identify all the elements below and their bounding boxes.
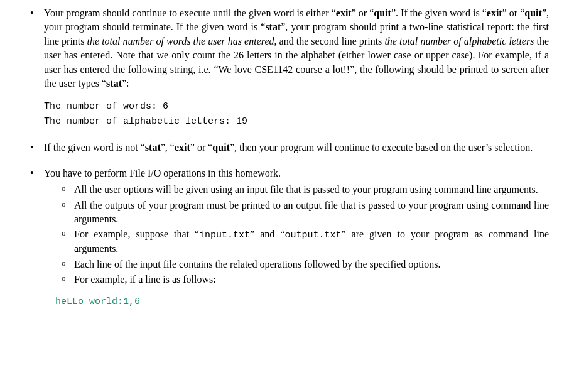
paragraph-1: Your program should continue to execute … xyxy=(44,6,549,90)
text: , and the second line prints xyxy=(274,36,385,46)
paragraph-3: You have to perform File I/O operations … xyxy=(44,166,549,180)
sub-item: All the user options will be given using… xyxy=(44,183,549,197)
code-line: The number of alphabetic letters: 19 xyxy=(44,114,549,129)
example-code-line: heLLo world:1,6 xyxy=(55,295,549,308)
sub-item: Each line of the input file contains the… xyxy=(44,258,549,271)
italic-text: the total number of words the user has e… xyxy=(87,36,274,46)
code-line: The number of words: 6 xyxy=(44,99,549,114)
bold-text: exit xyxy=(336,8,352,18)
code-output-block: The number of words: 6 The number of alp… xyxy=(44,99,549,129)
bold-text: quit xyxy=(374,8,391,18)
text: ”, “ xyxy=(161,142,175,153)
mono-text: input.txt xyxy=(199,230,250,241)
text: ”. If the given word is “ xyxy=(391,8,487,18)
bold-text: quit xyxy=(524,8,542,18)
bold-text: exit xyxy=(487,8,502,18)
text: If the given word is not “ xyxy=(44,142,145,153)
bullet-item-1: Your program should continue to execute … xyxy=(25,6,549,129)
bullet-item-2: If the given word is not “stat”, “exit” … xyxy=(25,141,549,155)
text: ”: xyxy=(122,78,129,89)
paragraph-2: If the given word is not “stat”, “exit” … xyxy=(44,141,549,155)
bold-text: stat xyxy=(106,78,122,89)
text: For example, suppose that “ xyxy=(74,229,199,239)
italic-text: the total number of alphabetic letters xyxy=(384,36,534,46)
bold-text: exit xyxy=(175,142,190,153)
main-bullet-list: Your program should continue to execute … xyxy=(25,6,549,308)
text: ” or “ xyxy=(190,142,213,153)
sub-bullet-list: All the user options will be given using… xyxy=(44,183,549,286)
text: ” or “ xyxy=(502,8,525,18)
text: ”, then your program will continue to ex… xyxy=(230,142,533,153)
text: Your program should continue to execute … xyxy=(44,8,336,18)
sub-item: For example, if a line is as follows: xyxy=(44,273,549,286)
sub-item: For example, suppose that “input.txt” an… xyxy=(44,227,549,256)
bold-text: stat xyxy=(265,21,281,32)
text: ” or “ xyxy=(352,8,374,18)
mono-text: output.txt xyxy=(284,230,341,241)
text: ” and “ xyxy=(250,229,284,239)
bullet-item-3: You have to perform File I/O operations … xyxy=(25,166,549,309)
bold-text: stat xyxy=(145,142,161,153)
sub-item: All the outputs of your program must be … xyxy=(44,199,549,227)
bold-text: quit xyxy=(212,142,230,153)
